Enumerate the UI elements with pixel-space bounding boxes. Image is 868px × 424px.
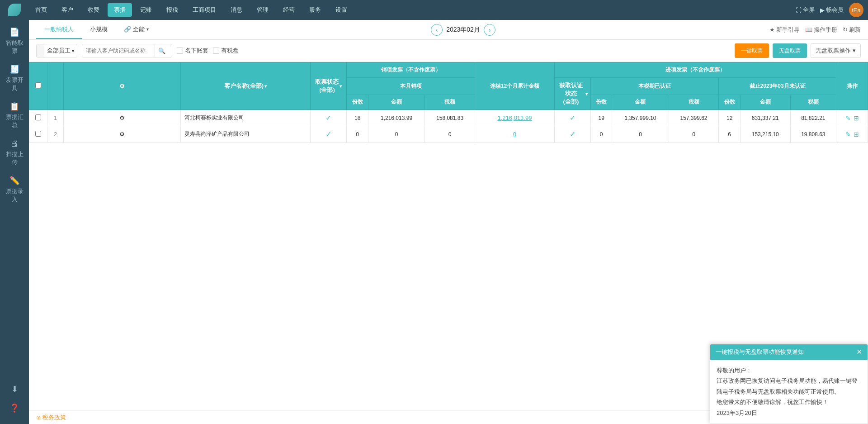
row2-check[interactable] [29,126,47,143]
row2-name: 灵寿县尚泽矿产品有限公司 [180,126,311,143]
row1-cumulative: 1,216,013.99 [475,110,554,126]
nav-operation[interactable]: 经营 [277,3,301,17]
th-month-sales: 本月销项 [347,78,475,95]
one-click-ticket-btn[interactable]: 一键取票 [735,43,769,58]
checkbox-account[interactable]: 名下账套 [177,47,208,55]
logo-icon [8,4,21,16]
no-disk-ticket-btn[interactable]: 无盘取票 [773,43,807,58]
tab-general-taxpayer[interactable]: 一般纳税人 [36,21,82,39]
row2-status: ✓ [311,126,347,143]
customer-filter-icon: ▾ [264,84,267,89]
gear-icon[interactable]: ⚙ [119,83,125,90]
next-period-btn[interactable]: › [484,24,495,36]
popup-text: 尊敬的用户： 江苏政务网已恢复访问电子税务局功能，易代账一键登陆电子税务局与无盘… [717,365,861,418]
manual-link[interactable]: 📖 操作手册 [805,26,837,34]
nav-accounting[interactable]: 记账 [134,3,158,17]
row1-view-icon[interactable]: ⊞ [854,114,859,122]
row1-cert-icon: ✓ [570,114,576,122]
sidebar: 📄 智能取票 🧾 发票开具 📋 票据汇总 🖨 扫描上传 ✏️ 票据录入 ⬇ ❓ [0,20,29,424]
tab-bar-center: ‹ 2023年02月 › [431,24,495,36]
nav-service[interactable]: 服务 [303,3,327,17]
th-month-tax: 税额 [425,95,475,110]
row2-cert-shares: 0 [590,126,612,143]
refresh-icon: ↻ [843,26,848,33]
row2-cum-link[interactable]: 0 [513,131,516,138]
row2-uncert-tax: 19,808.63 [790,126,836,143]
tab-bar-left: 一般纳税人 小规模 🔗 全能 ▾ [36,21,157,39]
row1-cum-link[interactable]: 1,216,013.99 [497,114,532,121]
ticket-status-filter[interactable]: 取票状态(全部) ▾ [315,78,342,94]
row2-checkbox[interactable] [35,131,41,137]
sidebar-item-smart-ticket[interactable]: 📄 智能取票 [1,24,28,59]
row1-actions: ✎ ⊞ [836,110,868,126]
scan-upload-icon: 🖨 [9,138,19,148]
sidebar-item-invoice-summary[interactable]: 📋 票据汇总 [1,98,28,133]
table-row: 2 ⚙ 灵寿县尚泽矿产品有限公司 ✓ 0 0 0 0 ✓ 0 0 0 6 153… [29,126,868,143]
search-button[interactable]: 🔍 [155,44,168,57]
th-uncertified: 截止2023年03月未认证 [719,78,836,95]
no-disk-operation-btn[interactable]: 无盘取票操作 ▾ [811,43,861,58]
nav-manage[interactable]: 管理 [250,3,275,17]
nav-message[interactable]: 消息 [224,3,249,17]
nav-invoice[interactable]: 票据 [108,3,132,17]
main-table: ⚙ 客户名称(全部) ▾ 取票状态(全部) ▾ [29,62,868,143]
sidebar-help[interactable]: ❓ [1,400,28,417]
checkbox-taxdisk[interactable]: 有税盘 [213,47,239,55]
sidebar-label-smart-ticket: 智能取票 [3,39,26,55]
search-box: 🔍 [82,44,172,57]
top-nav: 首页 客户 收费 票据 记账 报税 工商项目 消息 管理 经营 服务 设置 ⛶ … [0,0,868,20]
th-cert-amount: 金额 [612,95,669,110]
employee-value[interactable]: 全部员工 ▾ [44,47,77,55]
row1-edit-icon[interactable]: ✎ [845,114,851,122]
select-all-checkbox[interactable] [35,82,41,88]
cert-status-filter[interactable]: 获取认证状态(全部) ▾ [557,81,588,106]
th-month-shares: 份数 [347,95,368,110]
row2-cert-icon: ✓ [570,130,576,138]
sidebar-item-scan-upload[interactable]: 🖨 扫描上传 [1,135,28,170]
popup-close-btn[interactable]: ✕ [856,348,862,356]
row2-month-shares: 0 [347,126,368,143]
sidebar-bottom: ⬇ ❓ [1,381,28,420]
nav-home[interactable]: 首页 [29,3,53,17]
checkbox-account-box[interactable] [177,48,183,54]
download-icon: ⬇ [9,384,19,394]
employee-selector[interactable]: 全部员工 ▾ [36,44,77,57]
row1-check[interactable] [29,110,47,126]
refresh-link[interactable]: ↻ 刷新 [843,26,861,34]
sidebar-item-invoice-issue[interactable]: 🧾 发票开具 [1,61,28,96]
row1-status-icon: ✓ [326,114,331,122]
th-month-amount: 金额 [368,95,425,110]
sidebar-item-invoice-entry[interactable]: ✏️ 票据录入 [1,172,28,207]
row2-gear[interactable]: ⚙ [64,126,181,143]
right-actions: ⛶ 全屏 ▶ 畅会员 tEa [796,3,863,17]
tab-bar-right: ★ 新手引导 📖 操作手册 ↻ 刷新 [769,26,861,34]
nav-tax[interactable]: 报税 [160,3,184,17]
avatar[interactable]: tEa [849,3,863,17]
notification-popup: 一键报税与无盘取票功能恢复通知 ✕ 尊敬的用户： 江苏政务网已恢复访问电子税务局… [710,344,868,424]
fullscreen-label: 全屏 [803,6,815,14]
tab-all[interactable]: 🔗 全能 ▾ [116,21,157,39]
fullscreen-btn[interactable]: ⛶ 全屏 [796,6,815,14]
checkbox-taxdisk-box[interactable] [213,48,219,54]
logo[interactable] [5,0,24,20]
nav-fee[interactable]: 收费 [81,3,106,17]
new-guide-link[interactable]: ★ 新手引导 [769,26,800,34]
customer-name-filter[interactable]: 客户名称(全部) ▾ [224,82,267,90]
prev-period-btn[interactable]: ‹ [431,24,443,36]
row2-edit-icon[interactable]: ✎ [845,131,851,138]
nav-settings[interactable]: 设置 [329,3,354,17]
search-input[interactable] [82,48,155,54]
nav-business[interactable]: 工商项目 [186,3,222,17]
row1-uncert-amount: 631,337.21 [740,110,790,126]
period-text: 2023年02月 [446,26,480,34]
row1-gear[interactable]: ⚙ [64,110,181,126]
row1-checkbox[interactable] [35,114,41,120]
row2-cert-tax: 0 [669,126,719,143]
nav-customer[interactable]: 客户 [55,3,80,17]
row2-view-icon[interactable]: ⊞ [854,131,859,138]
vip-btn[interactable]: ▶ 畅会员 [820,6,844,14]
tab-small-scale[interactable]: 小规模 [82,21,116,39]
row1-month-shares: 18 [347,110,368,126]
tax-policy-link[interactable]: ⊙ 税务政策 [36,414,66,422]
sidebar-download[interactable]: ⬇ [1,381,28,398]
